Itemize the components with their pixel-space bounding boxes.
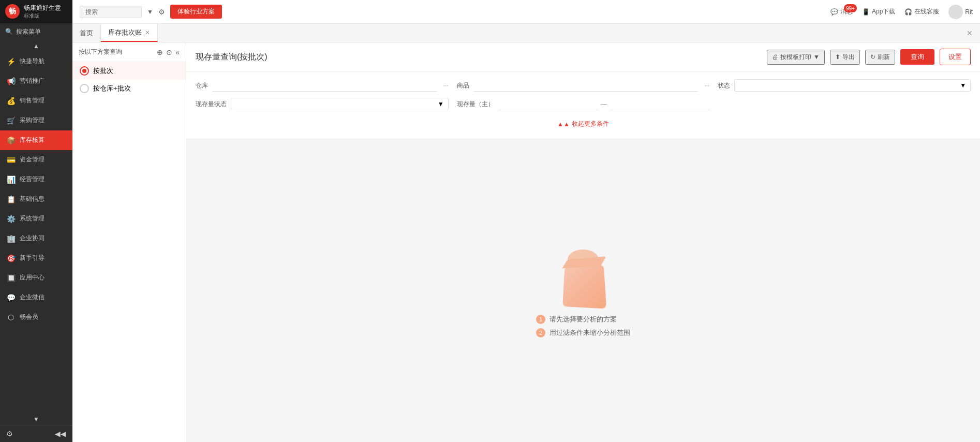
sidebar-item-operations[interactable]: 📊 经营管理: [0, 170, 72, 189]
sidebar-item-inventory[interactable]: 📦 库存核算: [0, 130, 72, 150]
tab-home[interactable]: 首页: [72, 24, 101, 42]
tab-close-icon[interactable]: ✕: [145, 29, 150, 36]
scroll-up-button[interactable]: ▲: [0, 40, 72, 52]
goods-input[interactable]: [473, 80, 699, 92]
sidebar-item-label: 经营管理: [20, 175, 44, 184]
operations-icon: 📊: [6, 175, 16, 184]
newbie-icon: 🎯: [6, 254, 16, 263]
topbar-dropdown-button[interactable]: ▼: [147, 8, 153, 16]
sidebar-item-basic[interactable]: 📋 基础信息: [0, 189, 72, 209]
inventory-status-select[interactable]: ▼: [231, 98, 449, 110]
export-button[interactable]: ⬆ 导出: [830, 50, 860, 65]
username-label: Rit: [965, 8, 973, 16]
phone-icon: 📱: [862, 8, 870, 16]
sidebar-item-sales[interactable]: 💰 销售管理: [0, 91, 72, 111]
collapse-sidebar-icon[interactable]: ◀◀: [55, 430, 66, 438]
avatar: [948, 5, 963, 19]
tip-text-2: 用过滤条件来缩小分析范围: [550, 328, 630, 337]
warehouse-label: 仓库: [196, 81, 208, 90]
sidebar-item-app-center[interactable]: 🔲 应用中心: [0, 268, 72, 288]
search-menu[interactable]: 🔍 搜索菜单: [0, 23, 72, 40]
tab-panel-close-button[interactable]: ✕: [967, 29, 980, 37]
experience-button[interactable]: 体验行业方案: [170, 5, 222, 19]
inventory-qty-range: —: [498, 98, 710, 110]
page-title: 现存量查询(按批次): [196, 52, 268, 63]
sidebar-item-label: 企业微信: [20, 293, 44, 302]
message-icon: 💬: [830, 8, 838, 16]
scroll-down-button[interactable]: ▼: [0, 414, 72, 425]
inventory-qty-min-input[interactable]: [498, 98, 598, 110]
sidebar-item-enterprise[interactable]: 🏢 企业协同: [0, 229, 72, 248]
scheme-settings-button[interactable]: ⊙: [166, 48, 172, 56]
topbar: ▼ ⚙ 体验行业方案 💬 消息 99+ 📱 App下载 🎧 在线客服 Rit: [72, 0, 980, 24]
scheme-label: 按批次: [93, 66, 113, 76]
sidebar-item-label: 销售管理: [20, 96, 44, 105]
status-label: 状态: [718, 81, 730, 90]
goods-label: 商品: [457, 81, 469, 90]
refresh-button[interactable]: ↻ 刷新: [865, 50, 895, 65]
empty-box: [562, 264, 606, 308]
settings-button[interactable]: 设置: [940, 49, 971, 65]
tab-home-label: 首页: [80, 28, 93, 38]
print-icon: 🖨: [772, 53, 778, 61]
print-button[interactable]: 🖨 按模板打印 ▼: [767, 50, 825, 65]
print-dropdown-icon: ▼: [813, 53, 820, 61]
filter-inventory-qty: 现存量（主） —: [457, 98, 710, 110]
filter-row-2: 现存量状态 ▼ 现存量（主） —: [196, 98, 971, 110]
sidebar-item-member[interactable]: ⬡ 畅会员: [0, 307, 72, 327]
filter-area: 仓库 ··· 商品 ··· 状态 ▼: [186, 72, 980, 139]
topbar-search-input[interactable]: [80, 6, 142, 18]
sidebar-item-label: 采购管理: [20, 116, 44, 125]
left-panel-actions: ⊕ ⊙ «: [157, 48, 180, 56]
sidebar-footer: ⚙ ◀◀: [0, 425, 72, 442]
search-icon: 🔍: [5, 28, 13, 35]
collapse-label: 收起更多条件: [572, 120, 609, 128]
enterprise-icon: 🏢: [6, 234, 16, 243]
empty-illustration: [552, 244, 614, 306]
empty-tips: 1 请先选择要分析的方案 2 用过滤条件来缩小分析范围: [536, 315, 630, 337]
sidebar-item-label: 系统管理: [20, 214, 44, 223]
goods-more-icon[interactable]: ···: [704, 82, 709, 89]
app-title: 畅康通好生意: [24, 4, 61, 12]
basic-icon: 📋: [6, 195, 16, 204]
purchase-icon: 🛒: [6, 116, 16, 125]
scheme-item-by-warehouse-batch[interactable]: 按仓库+批次: [72, 80, 186, 97]
add-scheme-button[interactable]: ⊕: [157, 48, 163, 56]
sales-icon: 💰: [6, 96, 16, 106]
tip-number-2: 2: [536, 328, 545, 337]
inventory-qty-max-input[interactable]: [610, 98, 709, 110]
collapse-filters-button[interactable]: ▲▲ 收起更多条件: [196, 116, 971, 131]
sidebar-item-purchase[interactable]: 🛒 采购管理: [0, 111, 72, 130]
query-button[interactable]: 查询: [900, 49, 934, 65]
user-menu-button[interactable]: Rit: [948, 5, 973, 19]
inventory-icon: 📦: [6, 136, 16, 145]
collapse-left-panel-button[interactable]: «: [175, 48, 180, 56]
settings-icon[interactable]: ⚙: [6, 430, 13, 438]
sidebar: 畅 畅康通好生意 标准版 🔍 搜索菜单 ▲ ⚡ 快捷导航 📢 营销推广 💰 销售…: [0, 0, 72, 442]
inventory-qty-label: 现存量（主）: [457, 100, 494, 109]
sidebar-item-enterprise-wechat[interactable]: 💬 企业微信: [0, 288, 72, 307]
sidebar-item-system[interactable]: ⚙️ 系统管理: [0, 209, 72, 229]
sidebar-item-quick-nav[interactable]: ⚡ 快捷导航: [0, 52, 72, 71]
app-logo: 畅: [5, 4, 20, 19]
sidebar-item-label: 新手引导: [20, 254, 44, 262]
sidebar-item-marketing[interactable]: 📢 营销推广: [0, 71, 72, 91]
messages-button[interactable]: 💬 消息 99+: [830, 7, 853, 16]
topbar-right: 💬 消息 99+ 📱 App下载 🎧 在线客服 Rit: [830, 5, 973, 19]
sidebar-item-newbie[interactable]: 🎯 新手引导: [0, 248, 72, 268]
page-header: 现存量查询(按批次) 🖨 按模板打印 ▼ ⬆ 导出 ↻ 刷新: [186, 42, 980, 72]
warehouse-input[interactable]: [212, 80, 437, 92]
sidebar-item-finance[interactable]: 💳 资金管理: [0, 150, 72, 170]
warehouse-more-icon[interactable]: ···: [443, 82, 449, 89]
scheme-label: 按仓库+批次: [93, 84, 131, 93]
app-download-button[interactable]: 📱 App下载: [862, 7, 895, 16]
topbar-gear-button[interactable]: ⚙: [158, 8, 165, 16]
online-service-button[interactable]: 🎧 在线客服: [904, 7, 939, 16]
tab-batch-account[interactable]: 库存批次账 ✕: [101, 24, 158, 42]
finance-icon: 💳: [6, 155, 16, 165]
scheme-item-by-batch[interactable]: 按批次: [72, 62, 186, 80]
status-select[interactable]: ▼: [734, 79, 971, 92]
app-subtitle: 标准版: [24, 12, 61, 19]
marketing-icon: 📢: [6, 77, 16, 86]
tip-number-1: 1: [536, 315, 545, 324]
